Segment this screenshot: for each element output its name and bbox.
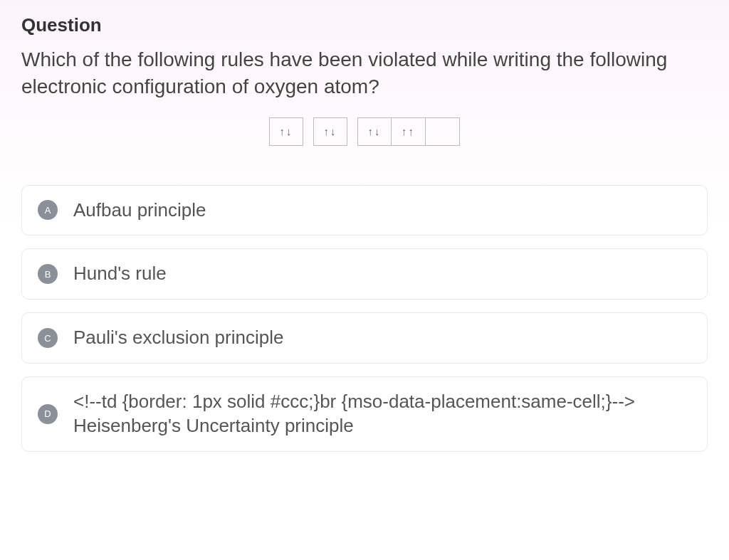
orbital-box: ↑↓	[269, 117, 303, 146]
option-letter-badge: C	[38, 328, 58, 348]
option-text: Hund's rule	[73, 262, 167, 286]
orbital-box: ↑↓	[313, 117, 347, 146]
orbital-box: ↑↓	[357, 117, 392, 146]
option-letter-badge: B	[38, 264, 58, 284]
option-letter-badge: A	[38, 200, 58, 220]
orbital-diagram: ↑↓ ↑↓ ↑↓ ↑↑	[21, 117, 708, 146]
option-b[interactable]: B Hund's rule	[21, 248, 708, 300]
question-heading: Question	[21, 14, 708, 36]
orbital-1s: ↑↓	[269, 117, 303, 146]
option-d[interactable]: D <!--td {border: 1px solid #ccc;}br {ms…	[21, 376, 708, 452]
option-a[interactable]: A Aufbau principle	[21, 185, 708, 236]
options-list: A Aufbau principle B Hund's rule C Pauli…	[21, 185, 708, 452]
option-c[interactable]: C Pauli's exclusion principle	[21, 312, 708, 364]
option-text: <!--td {border: 1px solid #ccc;}br {mso-…	[73, 390, 691, 438]
option-text: Pauli's exclusion principle	[73, 326, 283, 350]
orbital-box	[426, 117, 460, 146]
question-text: Which of the following rules have been v…	[21, 46, 708, 100]
option-letter-badge: D	[38, 404, 58, 424]
orbital-box: ↑↑	[392, 117, 426, 146]
option-text: Aufbau principle	[73, 199, 206, 223]
orbital-2s: ↑↓	[313, 117, 347, 146]
orbital-2p: ↑↓ ↑↑	[357, 117, 460, 146]
